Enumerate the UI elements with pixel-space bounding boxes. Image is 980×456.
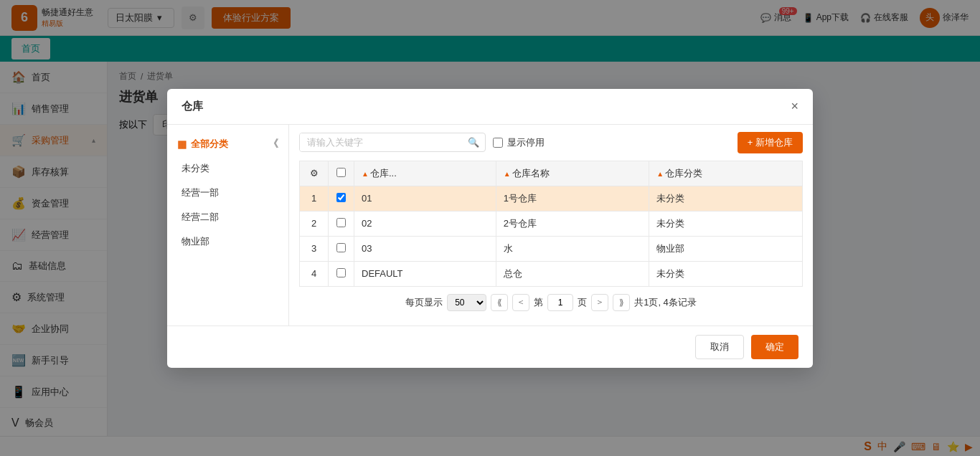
row-checkbox-cell — [329, 261, 354, 286]
table-panel: 🔍 显示停用 + 新增仓库 ⚙ ▲仓库... — [289, 125, 813, 326]
category-unclassified[interactable]: 未分类 — [167, 156, 288, 181]
col-checkbox — [329, 161, 354, 186]
row-actions: 2 — [300, 211, 329, 236]
search-bar: 🔍 显示停用 + 新增仓库 — [299, 132, 803, 153]
table-row[interactable]: 2 02 2号仓库 未分类 — [300, 211, 803, 236]
search-input-wrap: 🔍 — [299, 133, 486, 152]
modal-header: 仓库 × — [167, 89, 813, 125]
search-icon[interactable]: 🔍 — [462, 133, 485, 151]
row-checkbox[interactable] — [336, 268, 346, 277]
category-dept1[interactable]: 经营一部 — [167, 181, 288, 205]
row-category: 未分类 — [649, 186, 803, 211]
per-page-label: 每页显示 — [405, 296, 443, 309]
category-property[interactable]: 物业部 — [167, 229, 288, 254]
modal-close-button[interactable]: × — [791, 99, 798, 114]
row-code: DEFAULT — [354, 261, 496, 286]
row-checkbox-cell — [329, 236, 354, 261]
row-checkbox[interactable] — [336, 218, 346, 227]
warehouse-modal: 仓库 × ▦ 全部分类 《 未分类 经营一部 经营二部 物业部 — [167, 89, 813, 368]
warehouse-table: ⚙ ▲仓库... ▲仓库名称 ▲仓库分类 1 01 1号仓库 未分类 2 — [299, 161, 803, 287]
table-row[interactable]: 4 DEFAULT 总仓 未分类 — [300, 261, 803, 286]
row-checkbox-cell — [329, 186, 354, 211]
page-label: 第 — [534, 296, 543, 309]
row-name: 1号仓库 — [496, 186, 649, 211]
table-row[interactable]: 3 03 水 物业部 — [300, 236, 803, 261]
modal-body: ▦ 全部分类 《 未分类 经营一部 经营二部 物业部 🔍 — [167, 125, 813, 326]
modal-footer: 取消 确定 — [167, 326, 813, 368]
row-name: 2号仓库 — [496, 211, 649, 236]
page-input[interactable] — [547, 294, 573, 311]
row-actions: 1 — [300, 186, 329, 211]
category-all[interactable]: ▦ 全部分类 《 — [167, 132, 288, 156]
grid-icon: ▦ — [177, 138, 187, 150]
row-name: 水 — [496, 236, 649, 261]
modal-title: 仓库 — [182, 100, 203, 113]
col-name: ▲仓库名称 — [496, 161, 649, 186]
first-page-btn[interactable]: ⟪ — [491, 294, 508, 311]
row-category: 物业部 — [649, 236, 803, 261]
search-input[interactable] — [300, 133, 462, 151]
category-dept2[interactable]: 经营二部 — [167, 205, 288, 229]
row-actions: 3 — [300, 236, 329, 261]
row-category: 未分类 — [649, 211, 803, 236]
per-page-select[interactable]: 50 10 20 100 — [447, 294, 486, 311]
cancel-button[interactable]: 取消 — [695, 335, 744, 359]
row-code: 01 — [354, 186, 496, 211]
row-code: 02 — [354, 211, 496, 236]
show-disabled-wrap: 显示停用 — [493, 136, 545, 149]
row-checkbox[interactable] — [336, 243, 346, 252]
last-page-btn[interactable]: ⟫ — [613, 294, 630, 311]
category-collapse-icon[interactable]: 《 — [268, 138, 278, 151]
all-category-label: 全部分类 — [191, 138, 228, 151]
show-disabled-checkbox[interactable] — [493, 138, 503, 148]
row-checkbox[interactable] — [336, 193, 346, 202]
category-panel: ▦ 全部分类 《 未分类 经营一部 经营二部 物业部 — [167, 125, 289, 326]
table-header-row: ⚙ ▲仓库... ▲仓库名称 ▲仓库分类 — [300, 161, 803, 186]
row-category: 未分类 — [649, 261, 803, 286]
table-row[interactable]: 1 01 1号仓库 未分类 — [300, 186, 803, 211]
next-page-btn[interactable]: ＞ — [591, 294, 608, 311]
row-name: 总仓 — [496, 261, 649, 286]
show-disabled-label: 显示停用 — [507, 136, 545, 149]
pagination: 每页显示 50 10 20 100 ⟪ ＜ 第 页 ＞ ⟫ 共1页, 4条记录 — [299, 287, 803, 318]
confirm-button[interactable]: 确定 — [751, 335, 798, 359]
add-warehouse-btn[interactable]: + 新增仓库 — [738, 132, 803, 153]
prev-page-btn[interactable]: ＜ — [512, 294, 529, 311]
total-info: 共1页, 4条记录 — [634, 296, 697, 309]
col-code: ▲仓库... — [354, 161, 496, 186]
select-all-checkbox[interactable] — [336, 168, 346, 177]
row-checkbox-cell — [329, 211, 354, 236]
row-code: 03 — [354, 236, 496, 261]
col-category: ▲仓库分类 — [649, 161, 803, 186]
page-suffix: 页 — [578, 296, 587, 309]
col-settings: ⚙ — [300, 161, 329, 186]
row-actions: 4 — [300, 261, 329, 286]
modal-overlay: 仓库 × ▦ 全部分类 《 未分类 经营一部 经营二部 物业部 — [0, 0, 980, 456]
